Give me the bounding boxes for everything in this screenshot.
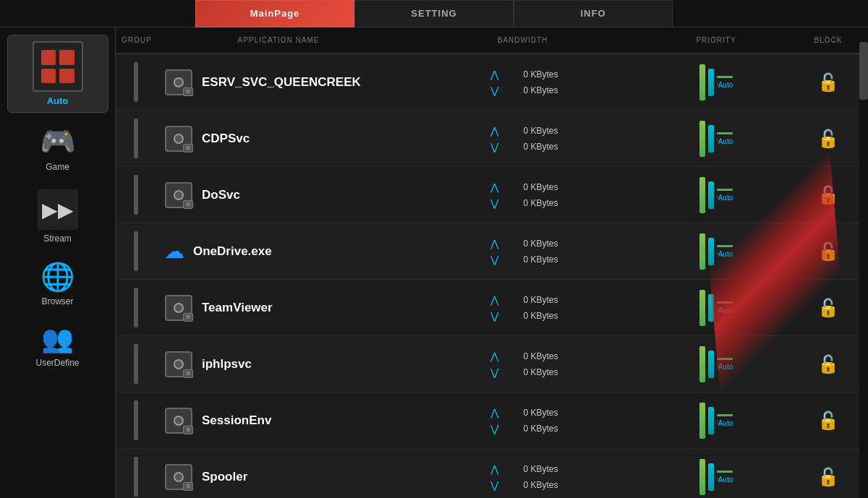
bw-up-value: 0 KBytes	[508, 239, 558, 249]
app-gear-icon: ⚙	[164, 294, 193, 322]
group-indicator	[134, 344, 138, 384]
priority-dash	[717, 189, 733, 191]
table-row[interactable]: ⚙ ESRV_SVC_QUEENCREEK ⋀ 0 KBytes ⋁ 0 KBy…	[116, 54, 868, 111]
row-priority: ⁱAuto	[644, 54, 788, 110]
bw-up-row: ⋀ 0 KBytes	[407, 125, 638, 137]
lock-icon[interactable]: 🔓	[817, 72, 839, 93]
sidebar-item-userdefine[interactable]: 👥 UserDefine	[7, 318, 109, 374]
row-block[interactable]: 🔓	[788, 411, 868, 431]
priority-dash	[717, 414, 733, 416]
bw-down-row: ⋁ 0 KBytes	[407, 479, 638, 491]
th-bandwidth: BANDWIDTH	[401, 33, 644, 47]
row-bandwidth: ⋀ 0 KBytes ⋁ 0 KBytes	[401, 232, 644, 271]
table-row[interactable]: ☁ OneDrive.exe ⋀ 0 KBytes ⋁ 0 KBytes	[116, 223, 868, 280]
auto-icon	[33, 41, 83, 92]
table-row[interactable]: ⚙ TeamViewer ⋀ 0 KBytes ⋁ 0 KBytes	[116, 280, 868, 336]
priority-dash	[717, 245, 733, 247]
bw-up-value: 0 KBytes	[508, 126, 558, 136]
table-body: ⚙ ESRV_SVC_QUEENCREEK ⋀ 0 KBytes ⋁ 0 KBy…	[116, 54, 868, 498]
group-indicator	[134, 231, 138, 271]
priority-controls: ⁱAuto	[717, 358, 733, 371]
row-block[interactable]: 🔓	[788, 129, 868, 149]
bw-down-row: ⋁ 0 KBytes	[407, 254, 638, 265]
lock-icon[interactable]: 🔓	[817, 185, 839, 205]
scrollbar-track[interactable]	[859, 27, 868, 498]
row-priority: ⁱAuto	[644, 449, 788, 498]
bw-up-value: 0 KBytes	[508, 182, 558, 192]
bw-down-arrow-icon: ⋁	[488, 141, 502, 153]
priority-controls: ⁱAuto	[717, 301, 733, 314]
bw-up-row: ⋀ 0 KBytes	[407, 294, 638, 306]
priority-dash	[717, 76, 733, 78]
sidebar-item-stream-label: Stream	[43, 233, 72, 244]
row-group	[116, 392, 156, 448]
lock-icon[interactable]: 🔓	[817, 467, 839, 487]
row-block[interactable]: 🔓	[788, 467, 868, 487]
row-bandwidth: ⋀ 0 KBytes ⋁ 0 KBytes	[401, 176, 644, 215]
row-group	[116, 223, 156, 279]
lock-icon[interactable]: 🔓	[817, 298, 839, 318]
bw-up-arrow-icon: ⋀	[488, 407, 502, 418]
bw-down-value: 0 KBytes	[508, 142, 558, 152]
sidebar-item-auto[interactable]: Auto	[7, 35, 109, 113]
priority-cyan-bar	[708, 69, 714, 96]
row-block[interactable]: 🔓	[788, 72, 868, 93]
bw-down-row: ⋁ 0 KBytes	[407, 310, 638, 322]
priority-controls: ⁱAuto	[717, 189, 733, 202]
app-name: iphlpsvc	[202, 357, 252, 372]
row-group	[116, 167, 156, 223]
lock-icon[interactable]: 🔓	[817, 411, 839, 431]
app-gear-icon: ⚙	[164, 69, 193, 96]
sidebar-item-game[interactable]: 🎮 Game	[7, 119, 109, 178]
row-bandwidth: ⋀ 0 KBytes ⋁ 0 KBytes	[401, 401, 644, 440]
row-block[interactable]: 🔓	[788, 185, 868, 205]
bw-up-row: ⋀ 0 KBytes	[407, 407, 638, 418]
row-block[interactable]: 🔓	[788, 298, 868, 318]
bw-down-row: ⋁ 0 KBytes	[407, 141, 638, 153]
app-name: Spooler	[202, 470, 247, 484]
bw-down-value: 0 KBytes	[508, 311, 558, 321]
tab-setting[interactable]: SETTING	[354, 0, 514, 27]
bw-up-arrow-icon: ⋀	[488, 125, 502, 137]
table-row[interactable]: ⚙ iphlpsvc ⋀ 0 KBytes ⋁ 0 KBytes	[116, 336, 868, 392]
app-gear-icon: ⚙	[164, 351, 193, 378]
table-row[interactable]: ⚙ Spooler ⋀ 0 KBytes ⋁ 0 KBytes	[116, 449, 868, 498]
bw-down-value: 0 KBytes	[508, 254, 558, 265]
sidebar-item-auto-label: Auto	[47, 95, 69, 106]
bw-up-value: 0 KBytes	[508, 351, 558, 361]
tab-info[interactable]: INFO	[514, 0, 673, 27]
sidebar-item-stream[interactable]: ▶▶ Stream	[7, 184, 109, 249]
table-row[interactable]: ⚙ DoSvc ⋀ 0 KBytes ⋁ 0 KBytes	[116, 167, 868, 223]
tab-mainpage[interactable]: MainPage	[195, 0, 354, 27]
bw-down-arrow-icon: ⋁	[488, 254, 502, 265]
app-name: ESRV_SVC_QUEENCREEK	[202, 75, 361, 90]
app-name: CDPSvc	[202, 132, 250, 146]
bw-down-arrow-icon: ⋁	[488, 85, 502, 96]
bw-down-row: ⋁ 0 KBytes	[407, 85, 638, 96]
sidebar-item-userdefine-label: UserDefine	[35, 358, 79, 368]
row-group	[116, 111, 156, 166]
bw-up-value: 0 KBytes	[508, 408, 558, 418]
bw-up-value: 0 KBytes	[508, 464, 558, 474]
lock-icon[interactable]: 🔓	[817, 354, 839, 374]
bw-down-value: 0 KBytes	[508, 367, 558, 377]
row-bandwidth: ⋀ 0 KBytes ⋁ 0 KBytes	[401, 288, 644, 327]
priority-green-bar	[699, 403, 705, 439]
row-app: ⚙ ESRV_SVC_QUEENCREEK	[156, 63, 401, 102]
table-row[interactable]: ⚙ CDPSvc ⋀ 0 KBytes ⋁ 0 KBytes	[116, 111, 868, 167]
priority-controls: ⁱAuto	[717, 471, 733, 484]
lock-icon[interactable]: 🔓	[817, 241, 839, 262]
bw-up-arrow-icon: ⋀	[488, 69, 502, 80]
priority-controls: ⁱAuto	[717, 414, 733, 427]
table-row[interactable]: ⚙ SessionEnv ⋀ 0 KBytes ⋁ 0 KBytes	[116, 392, 868, 449]
row-priority: ⁱAuto	[644, 280, 788, 335]
lock-icon[interactable]: 🔓	[817, 129, 839, 149]
row-block[interactable]: 🔓	[788, 354, 868, 374]
sidebar-item-browser[interactable]: 🌐 Browser	[7, 255, 109, 312]
scrollbar-thumb[interactable]	[859, 42, 868, 100]
onedrive-icon: ☁	[164, 239, 184, 263]
priority-green-bar	[699, 290, 705, 326]
bw-up-row: ⋀ 0 KBytes	[407, 463, 638, 475]
bw-down-row: ⋁ 0 KBytes	[407, 197, 638, 209]
row-block[interactable]: 🔓	[788, 241, 868, 262]
